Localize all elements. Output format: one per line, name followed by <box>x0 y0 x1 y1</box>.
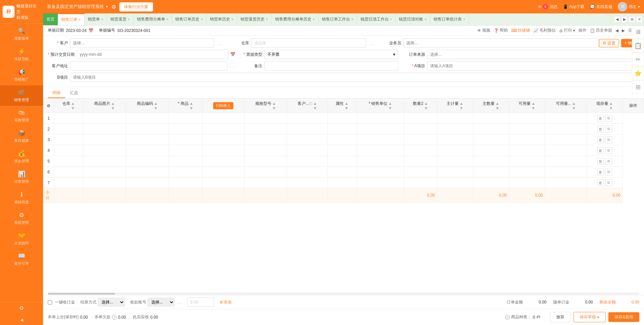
online-service-item[interactable]: 💬 在线客服 <box>590 4 612 10</box>
table-cell[interactable] <box>437 113 473 124</box>
row-delete-btn[interactable]: 🗑 <box>597 126 604 132</box>
content-tab-1[interactable]: 汇总 <box>65 88 83 98</box>
operate-btn[interactable]: 操作 <box>578 28 586 33</box>
row-copy-btn[interactable]: ⧉ <box>605 169 612 175</box>
sidebar-item-企业协同[interactable]: 🤝企业协同 <box>0 229 43 249</box>
table-cell[interactable] <box>357 177 404 188</box>
table-cell[interactable] <box>244 145 287 156</box>
table-cell[interactable] <box>404 145 437 156</box>
table-cell[interactable] <box>437 124 473 134</box>
table-cell[interactable] <box>509 113 545 124</box>
amount-input[interactable] <box>187 297 214 307</box>
owe-info-icon[interactable]: ? <box>112 315 117 320</box>
table-cell[interactable] <box>404 167 437 177</box>
sidebar-settings[interactable]: ⚙ <box>0 302 43 315</box>
table-cell[interactable] <box>83 113 126 124</box>
tab-4[interactable]: 销售费用分摊单× <box>134 13 172 26</box>
tab-11[interactable]: 钱货日清对账× <box>395 13 430 26</box>
row-delete-btn[interactable]: 🗑 <box>597 115 604 122</box>
prev-btn[interactable]: ◀ <box>615 28 618 33</box>
table-area[interactable]: ⚙仓库▲▼商品图片▲▼商品编码▲▼* 商品▲▼扫码录入规格型号▲▼客户...ⓘ▲… <box>43 98 644 292</box>
th-6[interactable]: 规格型号▲▼ <box>244 99 287 113</box>
tab-8[interactable]: 销售费用分摊单历史× <box>272 13 318 26</box>
sidebar-item-经营管理[interactable]: 📊经营管理 <box>0 167 43 188</box>
table-cell[interactable]: 🗑 ⧉ <box>586 134 622 145</box>
table-cell[interactable] <box>287 145 328 156</box>
table-cell[interactable] <box>404 156 437 167</box>
table-cell[interactable] <box>328 124 357 134</box>
invoice-select[interactable]: 不开票 ▾ <box>264 50 399 59</box>
goods-info-icon[interactable]: ⊙ <box>505 315 510 320</box>
tab-6[interactable]: 销货单历史× <box>206 13 237 26</box>
table-cell[interactable] <box>473 124 509 134</box>
right-panel-edit-btn[interactable]: ✏ <box>632 53 644 66</box>
sidebar-item-销售管理[interactable]: 🛒销售管理 <box>0 85 43 106</box>
table-cell[interactable] <box>54 124 83 134</box>
notes-input[interactable] <box>264 61 399 71</box>
row-delete-btn[interactable]: 🗑 <box>597 169 604 175</box>
tab-5[interactable]: 销售订单历史× <box>172 13 206 26</box>
table-cell[interactable] <box>83 177 126 188</box>
table-cell[interactable] <box>54 145 83 156</box>
table-cell[interactable] <box>473 134 509 145</box>
table-cell[interactable] <box>244 177 287 188</box>
row-copy-btn[interactable]: ⧉ <box>605 147 612 154</box>
table-cell[interactable] <box>169 145 202 156</box>
sidebar-collapse-btn[interactable]: ◀ <box>0 315 43 325</box>
set-btn[interactable]: ⚙ 设置 <box>599 39 619 47</box>
table-cell[interactable] <box>404 124 437 134</box>
table-cell[interactable] <box>202 113 244 124</box>
th-13[interactable]: 可用量▲▼ <box>509 99 545 113</box>
table-cell[interactable] <box>328 113 357 124</box>
tab-close-3[interactable]: × <box>128 17 130 21</box>
row-delete-btn[interactable]: 🗑 <box>597 147 604 154</box>
table-cell[interactable] <box>202 134 244 145</box>
tab-close-10[interactable]: × <box>390 17 392 21</box>
tab-scroll-right[interactable]: ▶ <box>621 16 628 23</box>
table-cell[interactable] <box>357 145 404 156</box>
row-copy-btn[interactable]: ⧉ <box>605 136 612 143</box>
th-3[interactable]: 商品编码▲▼ <box>126 99 168 113</box>
table-cell[interactable] <box>287 156 328 167</box>
sidebar-item-资金管理[interactable]: 💰资金管理 <box>0 147 43 167</box>
address-dots-icon[interactable]: … <box>230 63 235 69</box>
table-cell[interactable] <box>437 145 473 156</box>
sidebar-item-新手引导[interactable]: 📖新手引导 <box>0 249 43 270</box>
th-14[interactable]: 可用量...▲▼ <box>545 99 586 113</box>
customer-input[interactable] <box>70 38 214 48</box>
tab-close-7[interactable]: × <box>266 17 268 21</box>
calendar-icon[interactable]: 📅 <box>88 28 93 33</box>
a-project-input[interactable] <box>427 61 639 71</box>
table-cell[interactable] <box>169 167 202 177</box>
th-7[interactable]: 客户...ⓘ▲▼ <box>287 99 328 113</box>
sidebar-item-营销推广[interactable]: 📢营销推广 <box>0 65 43 85</box>
table-cell[interactable] <box>509 177 545 188</box>
table-cell[interactable] <box>126 113 168 124</box>
table-cell[interactable] <box>169 156 202 167</box>
th-9[interactable]: * 销售单位▲▼ <box>357 99 404 113</box>
tab-close-4[interactable]: × <box>166 17 168 21</box>
account-dots-icon[interactable]: … <box>177 299 182 305</box>
th-2[interactable]: 商品图片▲▼ <box>83 99 126 113</box>
th-15[interactable]: 现存量▲▼ <box>586 99 622 113</box>
table-cell[interactable] <box>287 167 328 177</box>
table-cell[interactable] <box>328 167 357 177</box>
save-new-btn[interactable]: 保存&新增 <box>608 312 639 322</box>
row-copy-btn[interactable]: ⧉ <box>605 126 612 132</box>
tab-close-9[interactable]: × <box>351 17 353 21</box>
b-project-input[interactable] <box>70 73 639 82</box>
system-title-dropdown-icon[interactable]: ▾ <box>106 4 108 9</box>
table-cell[interactable] <box>83 156 126 167</box>
sidebar-item-基础信息[interactable]: ℹ基础信息 <box>0 188 43 208</box>
table-cell[interactable] <box>83 134 126 145</box>
table-cell[interactable] <box>244 113 287 124</box>
tab-0[interactable]: 首页 <box>43 13 58 26</box>
content-tab-0[interactable]: 明细 <box>48 88 65 98</box>
scan-btn[interactable]: 扫码录入 <box>213 102 233 109</box>
sidebar-item-快捷导航[interactable]: ⚡快捷导航 <box>0 44 43 65</box>
table-cell[interactable] <box>244 134 287 145</box>
table-cell[interactable] <box>126 156 168 167</box>
table-cell[interactable]: 🗑 ⧉ <box>586 145 622 156</box>
th-4[interactable]: * 商品▲▼ <box>169 99 202 113</box>
tab-scroll-left[interactable]: ◀ <box>614 16 620 23</box>
